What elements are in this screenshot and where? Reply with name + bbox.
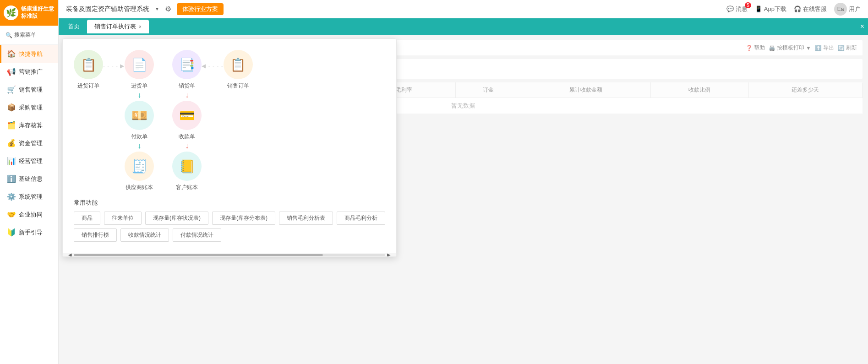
- system-title: 装备及固定资产辅助管理系统: [66, 5, 149, 13]
- flow-item-purchase[interactable]: 📄 进货单: [125, 50, 154, 90]
- inventory-icon: 🗂️: [7, 121, 16, 130]
- settings-icon[interactable]: ⚙: [165, 5, 171, 13]
- flow-modal: 📋 进货订单 - - - - ▶ 📄: [62, 38, 397, 257]
- modal-scrollbar: ◀ ▶: [63, 253, 396, 256]
- flow-item-payment[interactable]: 💴 付款单: [125, 101, 154, 141]
- arrow-1: - - - - ▶: [103, 50, 125, 69]
- sales-order-circle: 📋: [224, 50, 253, 79]
- flow-col-4: 📋 销售订单: [224, 50, 253, 90]
- flow-col-3: 📑 销货单 ↓ 💳 收款单 ↓ 📒: [172, 50, 202, 191]
- payment-label: 付款单: [131, 133, 147, 141]
- system-icon: ⚙️: [7, 192, 16, 201]
- message-badge: 5: [745, 2, 751, 8]
- sidebar-item-operations[interactable]: 📊 经营管理: [0, 152, 58, 170]
- main-content: 装备及固定资产辅助管理系统 ▼ ⚙ 体验行业方案 💬 消息 5 📱 App下载 …: [59, 0, 868, 364]
- flow-item-sales[interactable]: 📑 销货单: [172, 50, 202, 90]
- flow-diagram: 📋 进货订单 - - - - ▶ 📄: [74, 50, 385, 191]
- message-item[interactable]: 💬 消息 5: [726, 5, 748, 13]
- receipt-circle: 💳: [172, 101, 202, 130]
- page-content: ❓ 帮助 🖨️ 按模板打印 ▼ ⬆️ 导出 🔄 刷新: [59, 35, 868, 364]
- scroll-right-icon[interactable]: ▶: [385, 252, 393, 257]
- search-menu-button[interactable]: 🔍 搜索菜单: [4, 29, 55, 41]
- flow-item-supplier-ledger[interactable]: 🧾 供应商账本: [125, 152, 154, 191]
- common-buttons-row-1: 商品 往来单位 现存量(库存状况表) 现存量(库存分布表) 销售毛利分析表 商品…: [74, 212, 385, 225]
- sidebar-logo: 🌿 畅康通好生意 标准版: [0, 0, 58, 26]
- purchase-circle: 📄: [125, 50, 154, 79]
- scroll-left-icon[interactable]: ◀: [66, 252, 74, 257]
- sidebar-item-finance[interactable]: 💰 资金管理: [0, 134, 58, 152]
- tab-close-icon[interactable]: ×: [139, 24, 142, 29]
- sidebar-item-purchase[interactable]: 📦 采购管理: [0, 98, 58, 116]
- marketing-icon: 📢: [7, 67, 16, 76]
- arrow-2: ◀ - - - -: [202, 50, 223, 69]
- sales-circle: 📑: [172, 50, 202, 79]
- btn-sales-margin[interactable]: 销售毛利分析表: [279, 212, 333, 225]
- message-icon: 💬: [726, 5, 734, 12]
- tab-bar-close-icon[interactable]: ×: [860, 22, 864, 31]
- sidebar-search-area: 🔍 搜索菜单: [0, 26, 58, 45]
- online-service-item[interactable]: 🎧 在线客服: [794, 5, 827, 13]
- btn-receipt-stats[interactable]: 收款情况统计: [120, 228, 169, 242]
- btn-inventory-status[interactable]: 现存量(库存状况表): [145, 212, 208, 225]
- online-service-label: 在线客服: [803, 5, 827, 13]
- purchase-icon: 📦: [7, 103, 16, 112]
- user-avatar: Ea: [834, 3, 847, 16]
- user-item[interactable]: Ea 用户: [834, 3, 861, 16]
- sales-label: 销货单: [179, 82, 195, 90]
- customer-ledger-label: 客户账本: [176, 184, 198, 191]
- flow-item-sales-order[interactable]: 📋 销售订单: [224, 50, 253, 90]
- supplier-ledger-label: 供应商账本: [126, 184, 153, 191]
- mobile-icon: 📱: [755, 5, 762, 12]
- purchase-order-circle: 📋: [74, 50, 103, 79]
- btn-inventory-dist[interactable]: 现存量(库存分布表): [212, 212, 275, 225]
- sidebar-item-inventory[interactable]: 🗂️ 库存核算: [0, 116, 58, 134]
- flow-item-receipt[interactable]: 💳 收款单: [172, 101, 202, 141]
- sidebar-item-quick-nav[interactable]: 🏠 快捷导航: [0, 45, 58, 63]
- v-arrow-2: ↓: [137, 142, 141, 150]
- basic-info-icon: ℹ️: [7, 174, 16, 183]
- user-label: 用户: [849, 5, 861, 13]
- modal-overlay: 📋 进货订单 - - - - ▶ 📄: [59, 35, 868, 364]
- tab-sales-order-execution[interactable]: 销售订单执行表 ×: [87, 20, 149, 33]
- flow-col-2: 📄 进货单 ↓ 💴 付款单 ↓ 🧾: [125, 50, 154, 191]
- v-arrow-1: ↓: [137, 92, 141, 99]
- trial-button[interactable]: 体验行业方案: [177, 3, 224, 15]
- app-download-item[interactable]: 📱 App下载: [755, 5, 786, 13]
- search-icon: 🔍: [5, 32, 12, 38]
- tab-bar: 首页 销售订单执行表 × ×: [59, 18, 868, 35]
- sidebar-item-guide[interactable]: 🔰 新手引导: [0, 223, 58, 241]
- btn-sales-ranking[interactable]: 销售排行榜: [74, 228, 117, 242]
- tab-home[interactable]: 首页: [60, 20, 87, 33]
- purchase-label: 进货单: [131, 82, 147, 90]
- quick-nav-icon: 🏠: [7, 49, 16, 58]
- scrollbar-track[interactable]: [74, 254, 385, 256]
- sidebar-nav: 🏠 快捷导航 📢 营销推广 🛒 销售管理 📦 采购管理 🗂️ 库存核算 💰: [0, 45, 58, 364]
- sidebar-item-basic-info[interactable]: ℹ️ 基础信息: [0, 170, 58, 188]
- flow-item-purchase-order[interactable]: 📋 进货订单: [74, 50, 103, 90]
- common-buttons-row-2: 销售排行榜 收款情况统计 付款情况统计: [74, 228, 385, 242]
- sidebar: 🌿 畅康通好生意 标准版 🔍 搜索菜单 🏠 快捷导航 📢 营销推广 🛒: [0, 0, 59, 364]
- finance-icon: 💰: [7, 139, 16, 147]
- scrollbar-thumb: [74, 254, 323, 256]
- sales-icon: 🛒: [7, 85, 16, 94]
- guide-icon: 🔰: [7, 228, 16, 237]
- system-dropdown-icon[interactable]: ▼: [155, 6, 159, 11]
- common-functions-section: 常用功能 商品 往来单位 现存量(库存状况表) 现存量(库存分布表) 销售毛利分…: [74, 199, 385, 242]
- sidebar-item-sales[interactable]: 🛒 销售管理: [0, 81, 58, 98]
- supplier-ledger-circle: 🧾: [125, 152, 154, 181]
- btn-contacts[interactable]: 往来单位: [104, 212, 142, 225]
- payment-circle: 💴: [125, 101, 154, 130]
- flow-col-1: 📋 进货订单: [74, 50, 103, 90]
- top-header: 装备及固定资产辅助管理系统 ▼ ⚙ 体验行业方案 💬 消息 5 📱 App下载 …: [59, 0, 868, 18]
- app-download-label: App下载: [764, 5, 786, 13]
- sidebar-item-system[interactable]: ⚙️ 系统管理: [0, 188, 58, 206]
- sidebar-item-collaboration[interactable]: 🤝 企业协同: [0, 206, 58, 223]
- sidebar-item-marketing[interactable]: 📢 营销推广: [0, 63, 58, 81]
- btn-payment-stats[interactable]: 付款情况统计: [173, 228, 221, 242]
- btn-product[interactable]: 商品: [74, 212, 100, 225]
- btn-product-margin[interactable]: 商品毛利分析: [337, 212, 385, 225]
- logo-icon: 🌿: [4, 5, 18, 20]
- receipt-label: 收款单: [179, 133, 195, 141]
- flow-item-customer-ledger[interactable]: 📒 客户账本: [172, 152, 202, 191]
- common-functions-title: 常用功能: [74, 199, 385, 207]
